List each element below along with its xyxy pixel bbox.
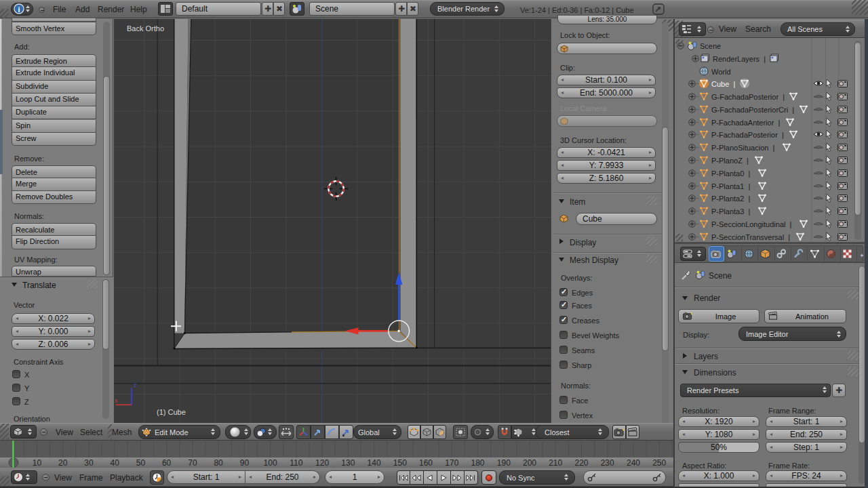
svg-text:x: x — [115, 397, 118, 404]
svg-text:210: 210 — [549, 458, 562, 468]
svg-text:200: 200 — [523, 458, 536, 468]
svg-text:40: 40 — [111, 458, 120, 468]
svg-text:90: 90 — [240, 458, 250, 468]
svg-text:140: 140 — [368, 458, 381, 468]
svg-text:240: 240 — [627, 458, 640, 468]
svg-text:160: 160 — [419, 458, 433, 468]
svg-text:130: 130 — [341, 458, 355, 468]
svg-text:z: z — [134, 382, 137, 388]
svg-text:250: 250 — [652, 458, 666, 468]
svg-text:60: 60 — [162, 458, 172, 468]
svg-text:110: 110 — [290, 458, 302, 468]
svg-text:230: 230 — [601, 458, 614, 468]
svg-text:70: 70 — [188, 458, 197, 468]
svg-text:10: 10 — [33, 458, 42, 468]
svg-text:220: 220 — [574, 458, 588, 468]
svg-text:180: 180 — [471, 458, 484, 468]
svg-text:100: 100 — [264, 458, 277, 468]
svg-text:170: 170 — [445, 458, 458, 468]
svg-text:30: 30 — [84, 458, 94, 468]
svg-text:(1) Cube: (1) Cube — [157, 408, 186, 416]
svg-text:120: 120 — [315, 458, 329, 468]
svg-text:20: 20 — [58, 458, 68, 468]
svg-text:i: i — [18, 5, 20, 14]
svg-text:Back Ortho: Back Ortho — [127, 24, 164, 33]
svg-text:190: 190 — [497, 458, 511, 468]
svg-text:80: 80 — [214, 458, 223, 468]
svg-text:150: 150 — [393, 458, 407, 468]
svg-text:50: 50 — [136, 458, 146, 468]
